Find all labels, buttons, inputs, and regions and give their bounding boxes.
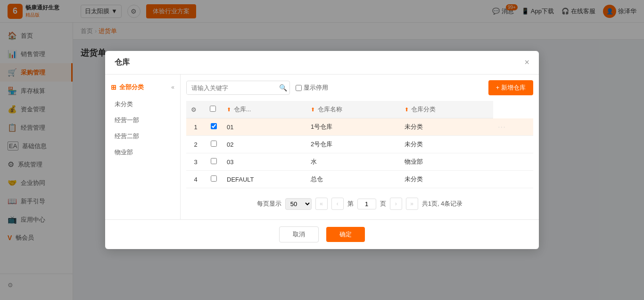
all-categories-button[interactable]: ⊞ 全部分类 xyxy=(111,83,144,92)
table-row[interactable]: 1 01 1号仓库 未分类··· xyxy=(186,118,533,136)
all-categories-label: 全部分类 xyxy=(119,83,144,92)
grid-icon: ⊞ xyxy=(111,83,116,91)
page-number-input[interactable] xyxy=(357,199,376,209)
table-panel: 🔍 显示停用 + 新增仓库 ⚙ xyxy=(181,75,539,219)
th-category: ⬆ 仓库分类 xyxy=(400,101,494,118)
modal-close-button[interactable]: × xyxy=(524,58,529,67)
modal-footer: 取消 确定 xyxy=(105,219,539,249)
show-disabled-text: 显示停用 xyxy=(304,83,328,92)
row-code: DEFAULT xyxy=(222,171,306,188)
row-name: 总仓 xyxy=(306,171,400,188)
row-index: 3 xyxy=(186,153,205,171)
sort-icon-code: ⬆ xyxy=(227,107,231,112)
new-warehouse-button[interactable]: + 新增仓库 xyxy=(488,80,533,95)
table-row[interactable]: 2 02 2号仓库 未分类 xyxy=(186,136,533,153)
warehouse-modal: 仓库 × ⊞ 全部分类 « 未分类 经营一部 经营二部 物业部 xyxy=(105,51,539,249)
search-button[interactable]: 🔍 xyxy=(275,81,290,94)
th-checkbox xyxy=(205,101,222,118)
row-code: 02 xyxy=(222,136,306,153)
per-page-label: 每页显示 xyxy=(257,200,281,208)
row-category: 未分类 xyxy=(400,171,494,188)
show-disabled-label[interactable]: 显示停用 xyxy=(296,83,328,92)
modal-body: ⊞ 全部分类 « 未分类 经营一部 经营二部 物业部 🔍 xyxy=(105,75,539,219)
page-suffix: 页 xyxy=(380,200,386,208)
row-more[interactable]: ··· xyxy=(493,118,533,136)
next-page-button[interactable]: › xyxy=(390,198,402,210)
category-item-property[interactable]: 物业部 xyxy=(105,144,180,160)
table-toolbar: 🔍 显示停用 + 新增仓库 xyxy=(186,80,533,95)
search-input[interactable] xyxy=(187,82,275,94)
row-category: 未分类 xyxy=(400,136,494,153)
th-category-label: 仓库分类 xyxy=(411,106,436,113)
page-label: 第 xyxy=(347,200,354,208)
row-code: 01 xyxy=(222,118,306,136)
th-code: ⬆ 仓库... xyxy=(222,101,306,118)
collapse-icon[interactable]: « xyxy=(171,84,174,91)
cancel-button[interactable]: 取消 xyxy=(279,226,319,242)
modal-overlay: 仓库 × ⊞ 全部分类 « 未分类 经营一部 经营二部 物业部 xyxy=(0,0,644,300)
row-checkbox[interactable] xyxy=(205,171,222,188)
row-category: 物业部 xyxy=(400,153,494,171)
per-page-select[interactable]: 50 10 20 100 xyxy=(285,198,312,210)
row-code: 03 xyxy=(222,153,306,171)
modal-header: 仓库 × xyxy=(105,51,539,75)
prev-page-button[interactable]: ‹ xyxy=(331,198,344,210)
gear-header-icon: ⚙ xyxy=(191,106,197,113)
pagination-bar: 每页显示 50 10 20 100 « ‹ 第 页 › » 共1页, 4条记录 xyxy=(186,194,533,210)
row-name: 1号仓库 xyxy=(306,118,400,136)
table-body: 1 01 1号仓库 未分类··· 2 02 2号仓库 未分类 3 03 水 物业… xyxy=(186,118,533,188)
row-name: 2号仓库 xyxy=(306,136,400,153)
row-index: 1 xyxy=(186,118,205,136)
row-category: 未分类 xyxy=(400,118,494,136)
row-checkbox[interactable] xyxy=(205,136,222,153)
row-more xyxy=(493,171,533,188)
category-header: ⊞ 全部分类 « xyxy=(105,80,180,94)
sort-icon-category: ⬆ xyxy=(405,107,409,112)
sort-icon-name: ⬆ xyxy=(311,107,315,112)
th-name: ⬆ 仓库名称 xyxy=(306,101,400,118)
confirm-button[interactable]: 确定 xyxy=(326,227,365,242)
search-box: 🔍 xyxy=(186,81,290,95)
warehouse-table: ⚙ ⬆ 仓库... ⬆ 仓库名称 xyxy=(186,101,533,188)
category-item-uncategorized[interactable]: 未分类 xyxy=(105,96,180,112)
category-item-ops1[interactable]: 经营一部 xyxy=(105,112,180,128)
select-all-checkbox[interactable] xyxy=(210,106,216,112)
show-disabled-checkbox[interactable] xyxy=(296,85,302,91)
row-more xyxy=(493,136,533,153)
total-info: 共1页, 4条记录 xyxy=(422,200,463,208)
last-page-button[interactable]: » xyxy=(406,198,418,210)
table-header: ⚙ ⬆ 仓库... ⬆ 仓库名称 xyxy=(186,101,533,118)
th-code-label: 仓库... xyxy=(234,106,251,113)
row-checkbox[interactable] xyxy=(205,153,222,171)
table-row[interactable]: 3 03 水 物业部 xyxy=(186,153,533,171)
th-settings: ⚙ xyxy=(186,101,205,118)
row-checkbox[interactable] xyxy=(205,118,222,136)
category-item-ops2[interactable]: 经营二部 xyxy=(105,128,180,144)
category-panel: ⊞ 全部分类 « 未分类 经营一部 经营二部 物业部 xyxy=(105,75,181,219)
modal-title: 仓库 xyxy=(115,58,130,67)
table-row[interactable]: 4 DEFAULT 总仓 未分类 xyxy=(186,171,533,188)
row-name: 水 xyxy=(306,153,400,171)
th-name-label: 仓库名称 xyxy=(318,106,342,113)
row-index: 4 xyxy=(186,171,205,188)
row-more xyxy=(493,153,533,171)
row-index: 2 xyxy=(186,136,205,153)
first-page-button[interactable]: « xyxy=(315,198,328,210)
